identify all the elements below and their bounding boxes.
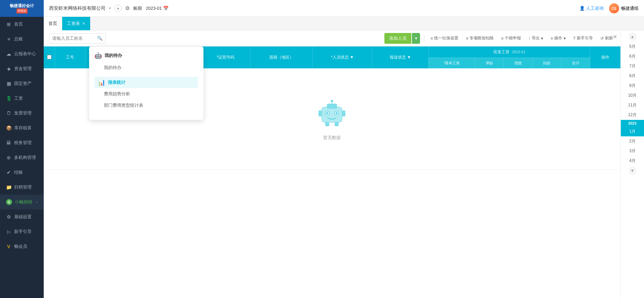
toolbar-separator <box>424 35 424 42</box>
sidebar-item-label: 首页 <box>14 21 23 27</box>
tab-salary-table[interactable]: 工资表 ✕ <box>62 17 90 30</box>
col-group-salary: 应发工资2023.01 <box>428 46 590 58</box>
home-icon: ⊞ <box>6 22 11 27</box>
sidebar-item-fixed-assets[interactable]: ▦ 固定资产 <box>0 76 44 91</box>
add-person-button[interactable]: 添加人员 <box>384 33 411 44</box>
guide-toolbar-button[interactable]: ? 新手引导 <box>571 34 595 42</box>
archive-icon: 📁 <box>6 185 11 190</box>
sidebar-item-home[interactable]: ⊞ 首页 <box>0 17 44 32</box>
service-button[interactable]: 👤 人工咨询 <box>579 5 604 11</box>
export-button[interactable]: ↑ 导出 ▾ <box>526 34 545 42</box>
svg-point-7 <box>336 112 338 114</box>
popup-item-expense-trend[interactable]: 费用趋势分析 <box>94 88 198 100</box>
assets-icon: ▦ <box>6 81 11 86</box>
export-dropdown-icon: ▾ <box>541 36 543 41</box>
search-input[interactable] <box>52 36 96 41</box>
guide-toolbar-icon: ? <box>573 36 575 41</box>
sidebar-item-label: 新手引导 <box>14 229 32 235</box>
sidebar-item-salary[interactable]: 💲 工资 <box>0 91 44 106</box>
svg-point-6 <box>326 112 328 114</box>
xiaochang-icon: G <box>6 199 12 205</box>
month-5[interactable]: 5月 <box>621 42 644 52</box>
sidebar-item-multi-org[interactable]: ⊛ 多机构管理 <box>0 150 44 165</box>
settings-icon: ⚙ <box>6 214 11 220</box>
export-icon: ↑ <box>528 36 530 41</box>
settings-icon[interactable]: ⚙ <box>125 5 130 11</box>
sidebar-item-label: 总账 <box>14 36 23 42</box>
month-8[interactable]: 8月 <box>621 71 644 81</box>
tab-close-icon[interactable]: ✕ <box>82 21 85 26</box>
org-icon: ⊛ <box>6 155 11 160</box>
month-12[interactable]: 12月 <box>621 110 644 120</box>
sidebar: 畅捷通好会计 旗舰版 ⊞ 首页 ≡ 总账 ☁ 云报表中心 ◈ 资金管理 ▦ 固定… <box>0 0 44 298</box>
month-2[interactable]: 2月 <box>621 136 644 146</box>
month-1-active[interactable]: 1月 <box>621 127 644 136</box>
year-2023-label: 2023 <box>621 120 644 127</box>
company-dropdown-icon[interactable]: ▾ <box>109 6 111 10</box>
operation-button[interactable]: ≡ 操作 ▾ <box>548 34 568 42</box>
month-3[interactable]: 3月 <box>621 146 644 156</box>
tab-home[interactable]: 首页 <box>44 17 62 30</box>
col-performance: 绩效 <box>504 58 533 69</box>
sidebar-item-label: 固定资产 <box>14 80 32 87</box>
popup-item-my-pending[interactable]: 我的待办 <box>94 62 198 73</box>
sidebar-item-funds[interactable]: ◈ 资金管理 <box>0 61 44 76</box>
app-badge: 旗舰版 <box>16 8 28 13</box>
month-nav-down[interactable]: ▼ <box>629 167 637 175</box>
top-header: 西安虾米网络科技有限公司 ▾ + ⚙ 账期 2023-01 📅 👤 人工咨询 C… <box>44 0 644 17</box>
sidebar-item-settings[interactable]: ⚙ 基础设置 <box>0 209 44 224</box>
user-menu[interactable]: CE 畅捷通组 <box>609 3 639 13</box>
month-9[interactable]: 9月 <box>621 81 644 91</box>
col-allowance: 津贴 <box>475 58 504 69</box>
pending-icon: 🤖 <box>94 52 102 59</box>
month-nav-up[interactable]: ▲ <box>629 33 637 41</box>
app-name: 畅捷通好会计 <box>10 3 34 9</box>
add-company-button[interactable]: + <box>114 5 122 12</box>
popup-section-pending: 🤖 我的待办 我的待办 <box>94 52 198 73</box>
sidebar-item-label: 小畅报销 <box>15 199 32 205</box>
sidebar-item-ledger[interactable]: ≡ 总账 <box>0 32 44 46</box>
month-11[interactable]: 11月 <box>621 100 644 110</box>
sidebar-item-xiaochang[interactable]: G 小畅报销 ‹ <box>0 195 44 209</box>
month-7[interactable]: 7月 <box>621 61 644 71</box>
social-insurance-button[interactable]: ≡ 统一社保设置 <box>428 34 460 42</box>
popup-item-dept-expense[interactable]: 部门费用类型统计表 <box>94 100 198 111</box>
month-panel: ▲ 5月 6月 7月 8月 9月 10月 11月 12月 2023 1月 2月 … <box>620 30 644 298</box>
popup-header-report: 📊 报表统计 <box>94 77 198 88</box>
col-nationality: 国籍（地区） <box>250 46 312 68</box>
add-person-dropdown-button[interactable]: ▾ <box>412 33 420 44</box>
col-person-status: *人员状态 ▼ <box>313 46 372 68</box>
sidebar-item-tax[interactable]: 🏛 税务管理 <box>0 135 44 150</box>
content-close-button[interactable]: ✕ <box>613 34 617 40</box>
sidebar-item-cloud-reports[interactable]: ☁ 云报表中心 <box>0 46 44 61</box>
popup-header-pending: 🤖 我的待办 <box>94 52 198 62</box>
ledger-icon: ≡ <box>6 36 11 42</box>
sidebar-item-guide[interactable]: ▷ 新手引导 <box>0 224 44 239</box>
sidebar-item-inventory[interactable]: 📦 库存核算 <box>0 121 44 135</box>
special-deduction-button[interactable]: ≡ 专项附加扣除 <box>464 34 496 42</box>
select-all-checkbox[interactable] <box>44 46 55 68</box>
svg-rect-0 <box>322 107 342 122</box>
header-right: 👤 人工咨询 CE 畅捷通组 <box>579 3 639 13</box>
social-insurance-icon: ≡ <box>430 36 433 41</box>
month-4[interactable]: 4月 <box>621 156 644 166</box>
sidebar-item-label: 畅会员 <box>14 243 27 250</box>
member-icon: V <box>6 244 11 249</box>
sidebar-item-label: 资金管理 <box>14 66 32 72</box>
sidebar-item-label: 归档管理 <box>14 184 32 190</box>
sidebar-item-label: 结账 <box>14 169 23 175</box>
month-10[interactable]: 10月 <box>621 91 644 100</box>
sidebar-item-archive[interactable]: 📁 归档管理 <box>0 180 44 195</box>
month-6[interactable]: 6月 <box>621 52 644 61</box>
sidebar-item-invoice[interactable]: 🗒 发票管理 <box>0 106 44 121</box>
sidebar-item-member[interactable]: V 畅会员 <box>0 239 44 254</box>
inventory-icon: 📦 <box>6 125 11 131</box>
popup-menu: 🤖 我的待办 我的待办 📊 报表统计 费用趋势分析 <box>89 46 203 120</box>
cloud-icon: ☁ <box>6 51 11 57</box>
tax-report-button[interactable]: ≡ 个税申报 <box>499 34 523 42</box>
col-report-status: 报送状态 ▼ <box>372 46 429 68</box>
empty-text: 暂无数据 <box>323 135 341 141</box>
sidebar-item-label: 云报表中心 <box>14 51 36 57</box>
sidebar-logo: 畅捷通好会计 旗舰版 <box>0 0 44 17</box>
sidebar-item-settlement[interactable]: ✔ 结账 <box>0 165 44 180</box>
